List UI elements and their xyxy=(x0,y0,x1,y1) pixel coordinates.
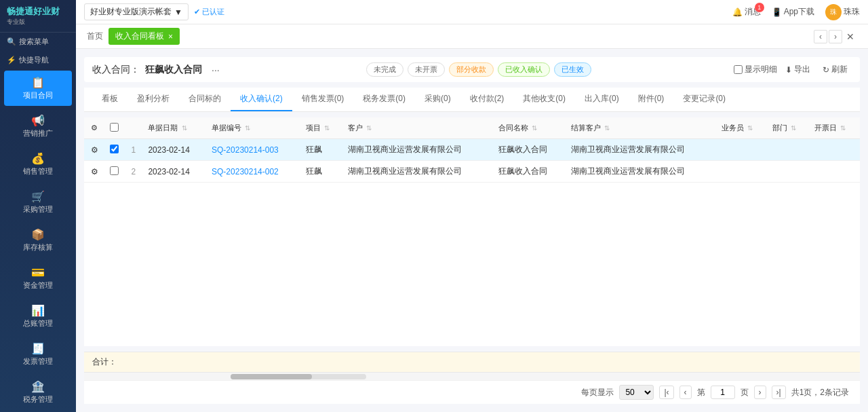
company-selector[interactable]: 好业财专业版演示帐套 ▼ xyxy=(84,3,189,20)
status-uninvoiced-button[interactable]: 未开票 xyxy=(408,62,445,77)
last-page-button[interactable]: ›| xyxy=(772,386,786,399)
page-input[interactable] xyxy=(711,386,735,399)
prev-page-button[interactable]: ‹ xyxy=(679,386,692,399)
row-gear[interactable]: ⚙ xyxy=(84,161,104,183)
breadcrumb-home[interactable]: 首页 xyxy=(87,31,103,42)
sidebar-item-purchase[interactable]: 🛒 采购管理 xyxy=(4,185,72,220)
refresh-button[interactable]: ↻ 刷新 xyxy=(818,62,852,77)
checkbox-column-header[interactable] xyxy=(104,117,124,139)
select-all-checkbox[interactable] xyxy=(110,123,119,132)
sidebar-item-general[interactable]: 📊 总账管理 xyxy=(4,299,72,334)
row-code-link[interactable]: SQ-20230214-002 xyxy=(212,167,279,176)
sidebar-item-quicknav[interactable]: ⚡ 快捷导航 xyxy=(0,51,76,69)
user-initials: 珠 xyxy=(830,7,837,17)
row-customer: 湖南卫视商业运营发展有限公司 xyxy=(342,139,494,161)
sidebar-item-inventory[interactable]: 📦 库存核算 xyxy=(4,223,72,258)
tab-收入确认[interactable]: 收入确认(2) xyxy=(231,88,292,111)
sidebar: 畅捷通好业财 专业版 🔍 搜索菜单 ⚡ 快捷导航 📋 项目合同 📢 营销推广 💰… xyxy=(0,0,76,412)
code-column-header[interactable]: 单据编号 ⇅ xyxy=(206,117,300,139)
tab-pill-label: 收入合同看板 xyxy=(115,31,164,42)
show-detail-checkbox-input[interactable] xyxy=(734,65,743,74)
row-checkbox-cell[interactable] xyxy=(104,139,124,161)
close-tab-button[interactable]: ✕ xyxy=(844,30,857,43)
salesman-column-header[interactable]: 业务员 ⇅ xyxy=(716,117,767,139)
tab-其他收支[interactable]: 其他收支(0) xyxy=(513,88,575,111)
sidebar-item-sales[interactable]: 💰 销售管理 xyxy=(4,147,72,182)
row-project: 狂飙 xyxy=(300,161,342,183)
nav-next-button[interactable]: › xyxy=(829,30,842,43)
tab-附件[interactable]: 附件(0) xyxy=(629,88,674,111)
contract-column-header[interactable]: 合同名称 ⇅ xyxy=(493,117,565,139)
table-row[interactable]: ⚙ 1 2023-02-14 SQ-20230214-003 狂飙 湖南卫视商业… xyxy=(84,139,860,161)
user-avatar[interactable]: 珠 珠珠 xyxy=(825,4,860,20)
row-checkbox-cell[interactable] xyxy=(104,161,124,183)
row-department xyxy=(767,139,809,161)
department-column-header[interactable]: 部门 ⇅ xyxy=(767,117,809,139)
export-button[interactable]: ⬇ 导出 xyxy=(781,62,814,77)
bell-icon: 🔔 xyxy=(732,7,743,17)
tab-合同标的[interactable]: 合同标的 xyxy=(179,88,231,111)
active-tab-pill[interactable]: 收入合同看板 × xyxy=(108,28,180,45)
row-open-date xyxy=(809,161,860,183)
sidebar-item-invoice[interactable]: 🧾 发票管理 xyxy=(4,337,72,372)
gear-column-header[interactable]: ⚙ xyxy=(84,117,104,139)
messages-button[interactable]: 🔔 消息 1 xyxy=(732,6,761,18)
sales-icon: 💰 xyxy=(31,152,45,165)
status-partial-payment-button[interactable]: 部分收款 xyxy=(449,62,494,77)
result-customer-column-header[interactable]: 结算客户 ⇅ xyxy=(566,117,717,139)
refresh-icon: ↻ xyxy=(823,65,829,75)
scrollbar-thumb[interactable] xyxy=(231,374,312,379)
tab-看板[interactable]: 看板 xyxy=(92,88,127,111)
row-checkbox[interactable] xyxy=(110,166,119,175)
row-code[interactable]: SQ-20230214-003 xyxy=(206,139,300,161)
tab-收付款[interactable]: 收付款(2) xyxy=(460,88,514,111)
pagination: 每页显示 50 100 200 |‹ ‹ 第 页 › ›| 共1页，2条记录 xyxy=(84,380,860,404)
status-effective-button[interactable]: 已生效 xyxy=(554,62,591,77)
sidebar-item-label: 库存核算 xyxy=(23,242,53,252)
more-options-button[interactable]: ··· xyxy=(208,63,224,77)
tab-采购[interactable]: 采购(0) xyxy=(415,88,460,111)
row-gear[interactable]: ⚙ xyxy=(84,139,104,161)
status-revenue-confirmed-button[interactable]: 已收入确认 xyxy=(498,62,550,77)
sidebar-item-funds[interactable]: 💳 资金管理 xyxy=(4,261,72,296)
tab-盈利分析[interactable]: 盈利分析 xyxy=(127,88,179,111)
scrollbar-track[interactable] xyxy=(231,374,366,379)
table-row[interactable]: ⚙ 2 2023-02-14 SQ-20230214-002 狂飙 湖南卫视商业… xyxy=(84,161,860,183)
project-sort-icon: ⇅ xyxy=(324,124,330,132)
per-page-select[interactable]: 50 100 200 xyxy=(619,385,654,400)
show-detail-checkbox-label[interactable]: 显示明细 xyxy=(734,64,777,75)
total-row: 合计： xyxy=(84,352,860,372)
total-label: 合计： xyxy=(92,356,117,368)
topbar-left: 好业财专业版演示帐套 ▼ ✔ 已认证 xyxy=(84,3,224,20)
sidebar-item-label: 项目合同 xyxy=(23,90,53,100)
topbar: 好业财专业版演示帐套 ▼ ✔ 已认证 🔔 消息 1 📱 App下载 珠 xyxy=(76,0,868,24)
sidebar-item-search[interactable]: 🔍 搜索菜单 xyxy=(0,33,76,51)
next-page-button[interactable]: › xyxy=(754,386,766,399)
sidebar-item-label: 营销推广 xyxy=(23,128,53,138)
project-column-header[interactable]: 项目 ⇅ xyxy=(300,117,342,139)
sidebar-item-project-contract[interactable]: 📋 项目合同 xyxy=(4,71,72,106)
app-download-button[interactable]: 📱 App下载 xyxy=(772,6,814,18)
tab-pill-close[interactable]: × xyxy=(168,32,173,41)
num-column-header xyxy=(124,117,142,139)
first-page-button[interactable]: |‹ xyxy=(659,386,673,399)
row-salesman xyxy=(716,161,767,183)
scrollbar-row[interactable] xyxy=(84,372,860,380)
row-code-link[interactable]: SQ-20230214-003 xyxy=(212,145,279,155)
purchase-icon: 🛒 xyxy=(31,190,45,203)
tab-税务发票[interactable]: 税务发票(0) xyxy=(353,88,415,111)
customer-column-header[interactable]: 客户 ⇅ xyxy=(342,117,494,139)
sidebar-item-tax[interactable]: 🏦 税务管理 xyxy=(4,375,72,410)
sidebar-item-marketing[interactable]: 📢 营销推广 xyxy=(4,109,72,144)
row-checkbox[interactable] xyxy=(110,145,119,153)
tab-变更记录[interactable]: 变更记录(0) xyxy=(673,88,735,111)
download-icon: 📱 xyxy=(772,7,782,17)
open-date-column-header[interactable]: 开票日 ⇅ xyxy=(809,117,860,139)
status-incomplete-button[interactable]: 未完成 xyxy=(366,62,403,77)
tab-出入库[interactable]: 出入库(0) xyxy=(575,88,629,111)
nav-prev-button[interactable]: ‹ xyxy=(814,30,827,43)
avatar: 珠 xyxy=(825,4,842,20)
date-column-header[interactable]: 单据日期 ⇅ xyxy=(142,117,206,139)
row-code[interactable]: SQ-20230214-002 xyxy=(206,161,300,183)
tab-销售发票[interactable]: 销售发票(0) xyxy=(292,88,354,111)
